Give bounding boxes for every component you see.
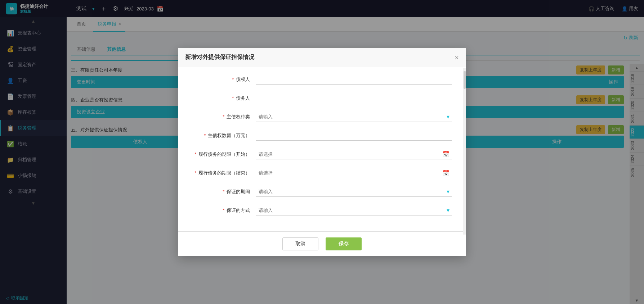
label-baozheng-qijian: * 保证的期间 [192, 189, 250, 195]
form-row-baozheng-qijian: * 保证的期间 ▾ [192, 187, 452, 197]
input-zhaiwuren[interactable] [256, 93, 452, 103]
form-row-lixing-start: * 履行债务的期限（开始） 📅 [192, 149, 452, 159]
input-wrap-zhaiquanren [256, 74, 452, 85]
required-star-7: * [223, 189, 224, 194]
label-zhuzhai-zhonglei: * 主债权种类 [192, 114, 250, 120]
form-row-baozheng-fangshi: * 保证的方式 ▾ [192, 205, 452, 215]
modal-close-btn[interactable]: × [455, 54, 459, 61]
modal-scrollbar-thumb [464, 71, 466, 89]
chevron-baozheng-fangshi[interactable]: ▾ [444, 207, 452, 214]
modal-scrollbar [463, 68, 466, 235]
required-star-2: * [232, 95, 234, 101]
chevron-baozheng-qijian[interactable]: ▾ [444, 188, 452, 195]
form-row-zhuzhai-zhonglei: * 主债权种类 ▾ [192, 112, 452, 122]
form-row-lixing-end: * 履行债务的期限（结束） 📅 [192, 168, 452, 178]
required-star-5: * [194, 151, 196, 157]
input-wrap-zhuzhai-zhonglei: ▾ [256, 112, 452, 122]
required-star-8: * [223, 208, 224, 213]
input-zhaiquanren[interactable] [256, 74, 452, 84]
save-button[interactable]: 保存 [326, 237, 362, 250]
calendar-end-icon[interactable]: 📅 [440, 169, 452, 176]
input-baozheng-qijian[interactable] [256, 187, 444, 196]
required-star-4: * [204, 133, 206, 138]
cancel-button[interactable]: 取消 [282, 237, 318, 250]
required-star-6: * [194, 170, 196, 176]
input-wrap-baozheng-fangshi: ▾ [256, 205, 452, 215]
required-star-1: * [232, 77, 234, 82]
label-zhaiquanren: * 债权人 [192, 76, 250, 83]
label-zhuzhai-ede: * 主债权数额（万元） [192, 132, 250, 139]
calendar-start-icon[interactable]: 📅 [440, 151, 452, 158]
input-wrap-baozheng-qijian: ▾ [256, 187, 452, 197]
input-wrap-zhaiwuren [256, 93, 452, 103]
modal-title: 新增对外提供保证担保情况 [185, 54, 254, 61]
form-row-zhuzhai-ede: * 主债权数额（万元） [192, 131, 452, 141]
required-star-3: * [223, 114, 224, 119]
modal-header: 新增对外提供保证担保情况 × [178, 48, 466, 67]
label-lixing-start: * 履行债务的期限（开始） [192, 151, 250, 158]
input-zhuzhai-ede[interactable] [256, 131, 452, 140]
modal-footer: 取消 保存 [178, 231, 466, 256]
label-zhaiwuren: * 债务人 [192, 95, 250, 101]
input-wrap-zhuzhai-ede [256, 131, 452, 141]
input-lixing-start[interactable] [256, 149, 440, 159]
chevron-zhuzhai-zhonglei[interactable]: ▾ [444, 113, 452, 120]
input-lixing-end[interactable] [256, 168, 440, 178]
label-lixing-end: * 履行债务的期限（结束） [192, 170, 250, 176]
modal-body: * 债权人 * 债务人 * [178, 67, 466, 231]
input-wrap-lixing-end: 📅 [256, 168, 452, 178]
modal-dialog: 新增对外提供保证担保情况 × * 债权人 * 债务人 [178, 48, 466, 256]
modal-overlay: 新增对外提供保证担保情况 × * 债权人 * 债务人 [0, 0, 644, 304]
form-row-zhaiwuren: * 债务人 [192, 93, 452, 103]
input-wrap-lixing-start: 📅 [256, 149, 452, 159]
input-zhuzhai-zhonglei[interactable] [256, 112, 444, 122]
form-row-zhaiquanren: * 债权人 [192, 74, 452, 85]
input-baozheng-fangshi[interactable] [256, 205, 444, 215]
label-baozheng-fangshi: * 保证的方式 [192, 207, 250, 214]
